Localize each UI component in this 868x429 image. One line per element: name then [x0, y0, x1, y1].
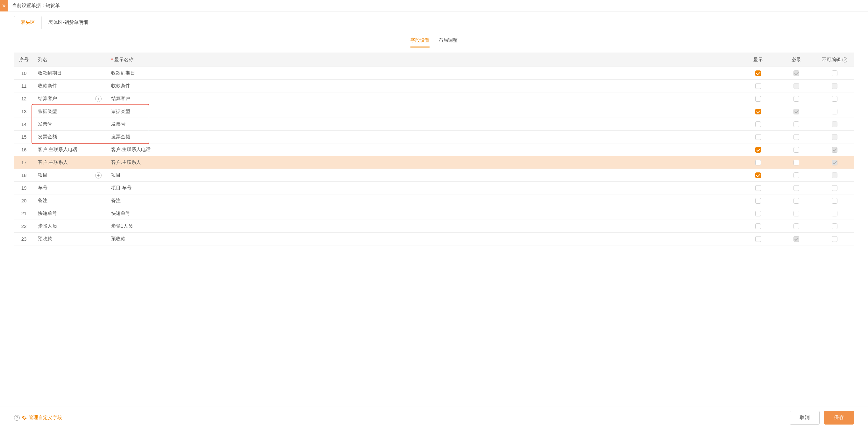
- cell-name: 结算客户+: [33, 92, 107, 105]
- cell-readonly: [815, 105, 854, 118]
- checkbox[interactable]: [755, 172, 761, 178]
- checkbox[interactable]: [794, 223, 799, 229]
- cell-display-name[interactable]: 发票金额: [107, 131, 739, 143]
- cell-required: [777, 207, 815, 220]
- cell-readonly: [815, 156, 854, 169]
- checkbox[interactable]: [794, 185, 799, 191]
- cell-display-name[interactable]: 结算客户: [107, 92, 739, 105]
- header-bar: 当前设置单据：销货单: [0, 0, 868, 11]
- cell-readonly: [815, 131, 854, 143]
- checkbox[interactable]: [755, 236, 761, 242]
- checkbox[interactable]: [755, 223, 761, 229]
- checkbox[interactable]: [794, 211, 799, 217]
- checkbox[interactable]: [794, 134, 799, 140]
- checkbox[interactable]: [755, 70, 761, 76]
- checkbox: [832, 172, 837, 178]
- checkbox[interactable]: [755, 83, 761, 89]
- checkbox[interactable]: [755, 109, 761, 114]
- checkbox[interactable]: [794, 160, 799, 165]
- checkbox[interactable]: [832, 70, 837, 76]
- cell-required: [777, 143, 815, 156]
- cell-display-name[interactable]: 快递单号: [107, 207, 739, 220]
- cell-name: 项目+: [33, 169, 107, 182]
- main-tabs: 表头区表体区-销货单明细: [0, 16, 868, 29]
- table-row: 15发票金额发票金额: [14, 131, 854, 143]
- cell-show: [739, 80, 777, 92]
- col-seq: 序号: [14, 53, 33, 67]
- cell-name: 收款条件: [33, 80, 107, 92]
- col-required: 必录: [777, 53, 815, 67]
- checkbox[interactable]: [794, 147, 799, 153]
- checkbox[interactable]: [832, 236, 837, 242]
- checkbox[interactable]: [794, 198, 799, 204]
- checkbox[interactable]: [755, 121, 761, 127]
- cell-display-name[interactable]: 客户.主联系人: [107, 156, 739, 169]
- main-tab-0[interactable]: 表头区: [14, 16, 42, 29]
- checkbox[interactable]: [832, 109, 837, 114]
- cell-required: [777, 105, 815, 118]
- cell-name: 快递单号: [33, 207, 107, 220]
- help-icon[interactable]: ?: [842, 57, 847, 62]
- checkbox: [832, 121, 837, 127]
- checkbox: [794, 109, 799, 114]
- checkbox[interactable]: [832, 211, 837, 217]
- cell-readonly: [815, 207, 854, 220]
- cell-show: [739, 92, 777, 105]
- cell-name: 备注: [33, 194, 107, 207]
- checkbox[interactable]: [794, 96, 799, 102]
- cell-display-name[interactable]: 客户.主联系人电话: [107, 143, 739, 156]
- cell-display-name[interactable]: 项目.车号: [107, 182, 739, 194]
- cell-readonly: [815, 92, 854, 105]
- sub-tab-0[interactable]: 字段设置: [410, 37, 430, 48]
- cell-readonly: [815, 80, 854, 92]
- cell-readonly: [815, 182, 854, 194]
- checkbox[interactable]: [832, 198, 837, 204]
- cell-name: 客户.主联系人: [33, 156, 107, 169]
- checkbox[interactable]: [755, 134, 761, 140]
- cell-seq: 19: [14, 182, 33, 194]
- table-row: 23预收款预收款: [14, 233, 854, 246]
- cell-required: [777, 80, 815, 92]
- cell-required: [777, 169, 815, 182]
- cell-name: 票据类型: [33, 105, 107, 118]
- table-row: 19车号项目.车号: [14, 182, 854, 194]
- cell-display-name[interactable]: 收款条件: [107, 80, 739, 92]
- cell-readonly: [815, 67, 854, 80]
- cell-required: [777, 118, 815, 131]
- checkbox[interactable]: [755, 185, 761, 191]
- col-name: 列名: [33, 53, 107, 67]
- checkbox[interactable]: [755, 198, 761, 204]
- checkbox[interactable]: [832, 96, 837, 102]
- cell-display-name[interactable]: 项目: [107, 169, 739, 182]
- checkbox[interactable]: [755, 96, 761, 102]
- cell-required: [777, 220, 815, 233]
- checkbox[interactable]: [794, 172, 799, 178]
- checkbox: [832, 160, 837, 165]
- table-row: 10收款到期日收款到期日: [14, 67, 854, 80]
- checkbox[interactable]: [794, 121, 799, 127]
- checkbox[interactable]: [755, 211, 761, 217]
- cell-display-name[interactable]: 预收款: [107, 233, 739, 246]
- main-tab-1[interactable]: 表体区-销货单明细: [42, 16, 95, 29]
- cell-display-name[interactable]: 发票号: [107, 118, 739, 131]
- cell-display-name[interactable]: 票据类型: [107, 105, 739, 118]
- checkbox[interactable]: [832, 223, 837, 229]
- table-row: 22步骤人员步骤1人员: [14, 220, 854, 233]
- plus-icon[interactable]: +: [95, 172, 101, 178]
- table-row: 13票据类型票据类型: [14, 105, 854, 118]
- cell-display-name[interactable]: 备注: [107, 194, 739, 207]
- checkbox[interactable]: [755, 147, 761, 153]
- sub-tabs: 字段设置布局调整: [0, 37, 868, 48]
- cell-readonly: [815, 118, 854, 131]
- sub-tab-1[interactable]: 布局调整: [438, 37, 458, 48]
- cell-show: [739, 194, 777, 207]
- checkbox[interactable]: [755, 160, 761, 165]
- plus-icon[interactable]: +: [95, 96, 101, 102]
- cell-seq: 22: [14, 220, 33, 233]
- cell-display-name[interactable]: 步骤1人员: [107, 220, 739, 233]
- cell-seq: 17: [14, 156, 33, 169]
- cell-display-name[interactable]: 收款到期日: [107, 67, 739, 80]
- checkbox[interactable]: [832, 185, 837, 191]
- collapse-button[interactable]: [0, 0, 8, 11]
- checkbox: [832, 83, 837, 89]
